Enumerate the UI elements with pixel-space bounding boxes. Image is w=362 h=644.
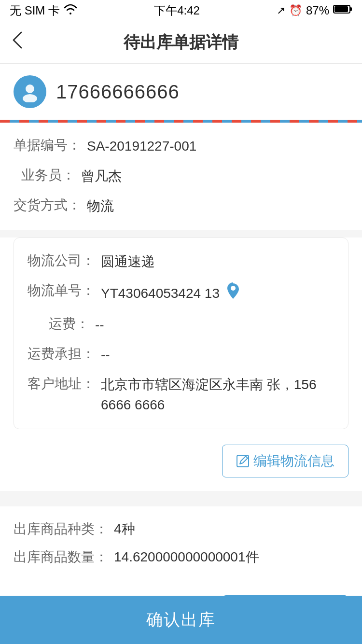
- document-no-label: 单据编号：: [14, 136, 87, 154]
- nav-bar: 待出库单据详情: [0, 21, 362, 64]
- logistics-card: 物流公司： 圆通速递 物流单号： YT43064053424 13 运费：: [14, 238, 348, 429]
- battery-icon: [333, 4, 352, 17]
- logistics-company-value: 圆通速递: [101, 252, 334, 272]
- status-right: ↗ ⏰ 87%: [277, 4, 352, 17]
- delivery-method-row: 交货方式： 物流: [14, 196, 348, 216]
- goods-type-row: 出库商品种类： 4种: [14, 520, 348, 538]
- salesperson-label: 业务员：: [14, 166, 81, 184]
- address-value: 北京市市辖区海淀区永丰南 张，156 6666 6666: [101, 375, 334, 415]
- carrier-text: 无 SIM 卡: [10, 3, 60, 18]
- svg-point-5: [231, 286, 236, 291]
- document-no-value: SA-20191227-001: [87, 136, 348, 156]
- user-phone: 17666666666: [56, 81, 180, 103]
- location-status-icon: ↗: [277, 4, 285, 17]
- salesperson-value: 曾凡杰: [81, 166, 348, 186]
- goods-section: 出库商品种类： 4种 出库商品数量： 14.620000000000001件: [0, 506, 362, 580]
- delivery-method-label: 交货方式：: [14, 196, 87, 214]
- back-button[interactable]: [12, 30, 23, 54]
- tracking-no-value: YT43064053424 13: [101, 281, 334, 305]
- delivery-method-value: 物流: [87, 196, 348, 216]
- goods-quantity-value: 14.620000000000001件: [114, 548, 348, 566]
- freight-bearer-value: --: [101, 345, 334, 365]
- separator: [0, 499, 362, 506]
- svg-rect-1: [350, 7, 352, 11]
- content: 17666666666 单据编号： SA-20191227-001 业务员： 曾…: [0, 64, 362, 644]
- svg-point-3: [26, 84, 34, 93]
- document-no-row: 单据编号： SA-20191227-001: [14, 136, 348, 156]
- svg-point-4: [23, 94, 37, 102]
- goods-quantity-label: 出库商品数量：: [14, 548, 114, 566]
- tracking-location-icon[interactable]: [225, 281, 241, 305]
- freight-label: 运费：: [28, 315, 95, 333]
- avatar: [14, 75, 46, 108]
- freight-bearer-row: 运费承担： --: [28, 345, 334, 365]
- goods-type-value: 4种: [114, 520, 348, 538]
- svg-rect-2: [334, 6, 348, 12]
- goods-quantity-row: 出库商品数量： 14.620000000000001件: [14, 548, 348, 566]
- freight-value: --: [95, 315, 334, 335]
- tracking-no-label: 物流单号：: [28, 281, 101, 300]
- status-bar: 无 SIM 卡 下午4:42 ↗ ⏰ 87%: [0, 0, 362, 21]
- wifi-icon: [64, 4, 77, 17]
- tracking-no-row: 物流单号： YT43064053424 13: [28, 281, 334, 305]
- address-label: 客户地址：: [28, 375, 101, 393]
- user-header: 17666666666: [0, 64, 362, 120]
- logistics-company-label: 物流公司：: [28, 252, 101, 270]
- freight-row: 运费： --: [28, 315, 334, 335]
- salesperson-row: 业务员： 曾凡杰: [14, 166, 348, 186]
- battery-text: 87%: [306, 4, 329, 17]
- confirm-button[interactable]: 确认出库: [0, 596, 362, 644]
- status-left: 无 SIM 卡: [10, 3, 77, 18]
- goods-type-label: 出库商品种类：: [14, 520, 114, 538]
- freight-bearer-label: 运费承担：: [28, 345, 101, 363]
- logistics-company-row: 物流公司： 圆通速递: [28, 252, 334, 272]
- order-info-section: 单据编号： SA-20191227-001 业务员： 曾凡杰 交货方式： 物流: [0, 123, 362, 230]
- confirm-btn-text: 确认出库: [146, 609, 216, 631]
- edit-btn-row: 编辑物流信息: [0, 437, 362, 491]
- page-title: 待出库单据详情: [124, 31, 238, 54]
- edit-logistics-button[interactable]: 编辑物流信息: [222, 445, 348, 477]
- alarm-icon: ⏰: [289, 4, 302, 17]
- logistics-wrapper: 物流公司： 圆通速递 物流单号： YT43064053424 13 运费：: [0, 238, 362, 491]
- status-time: 下午4:42: [154, 3, 200, 18]
- address-row: 客户地址： 北京市市辖区海淀区永丰南 张，156 6666 6666: [28, 375, 334, 415]
